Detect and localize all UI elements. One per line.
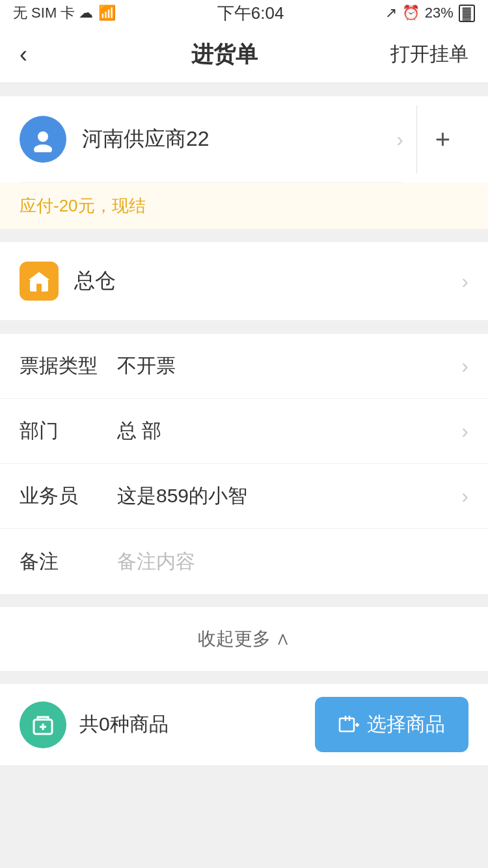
ticket-type-row[interactable]: 票据类型 不开票 › [0,334,488,399]
supplier-avatar [20,116,66,163]
location-icon: ↗ [385,5,397,21]
status-time: 下午6:04 [217,2,284,25]
supplier-chevron-icon: › [396,128,403,152]
salesperson-row[interactable]: 业务员 这是859的小智 › [0,464,488,529]
wifi-icon: 📶 [98,5,116,21]
supplier-name: 河南供应商22 [82,125,390,154]
supplier-section: 河南供应商22 › + [0,96,488,183]
status-left: 无 SIM 卡 ☁ 📶 [13,3,116,23]
warehouse-icon [20,262,59,301]
collapse-text: 收起更多 ∧ [198,627,291,651]
section-gap-1 [0,83,488,96]
product-count: 共0种商品 [79,711,302,738]
svg-point-0 [38,131,48,142]
department-row[interactable]: 部门 总 部 › [0,399,488,464]
department-value: 总 部 [111,418,455,444]
svg-rect-4 [36,284,42,292]
form-section: 票据类型 不开票 › 部门 总 部 › 业务员 这是859的小智 › 备注 备注… [0,334,488,594]
supplier-row[interactable]: 河南供应商22 › [20,96,403,183]
salesperson-chevron-icon: › [461,484,468,508]
battery-icon: ▓ [459,5,475,22]
status-bar: 无 SIM 卡 ☁ 📶 下午6:04 ↗ ⏰ 23% ▓ [0,0,488,26]
warehouse-section[interactable]: 总仓 › [0,242,488,321]
product-icon-wrap [20,701,66,748]
ticket-type-label: 票据类型 [20,353,111,379]
salesperson-value: 这是859的小智 [111,483,455,509]
bottom-bar: 共0种商品 选择商品 [0,684,488,765]
svg-rect-8 [340,718,354,731]
nav-bar: ‹ 进货单 打开挂单 [0,26,488,83]
sim-text: 无 SIM 卡 ☁ [13,3,93,23]
select-product-button[interactable]: 选择商品 [315,697,468,752]
status-right: ↗ ⏰ 23% ▓ [385,5,475,22]
department-chevron-icon: › [461,419,468,443]
alarm-icon: ⏰ [402,5,420,21]
svg-marker-3 [29,272,49,280]
warehouse-name: 总仓 [74,267,455,295]
back-button[interactable]: ‹ [20,41,59,68]
open-pending-button[interactable]: 打开挂单 [390,41,468,68]
remark-input[interactable]: 备注内容 [111,549,468,575]
svg-point-1 [34,144,52,152]
select-product-label: 选择商品 [367,711,445,738]
department-label: 部门 [20,418,111,444]
remark-row[interactable]: 备注 备注内容 [0,529,488,594]
ticket-type-value: 不开票 [111,353,455,379]
add-supplier-button[interactable]: + [416,105,468,174]
page-title: 进货单 [191,40,258,70]
ticket-type-chevron-icon: › [461,354,468,378]
warehouse-chevron-icon: › [461,269,468,293]
notice-bar: 应付-20元，现结 [0,183,488,229]
collapse-section[interactable]: 收起更多 ∧ [0,607,488,671]
warehouse-row: 总仓 › [20,242,468,320]
battery-text: 23% [425,5,454,21]
remark-label: 备注 [20,549,111,575]
salesperson-label: 业务员 [20,483,111,509]
